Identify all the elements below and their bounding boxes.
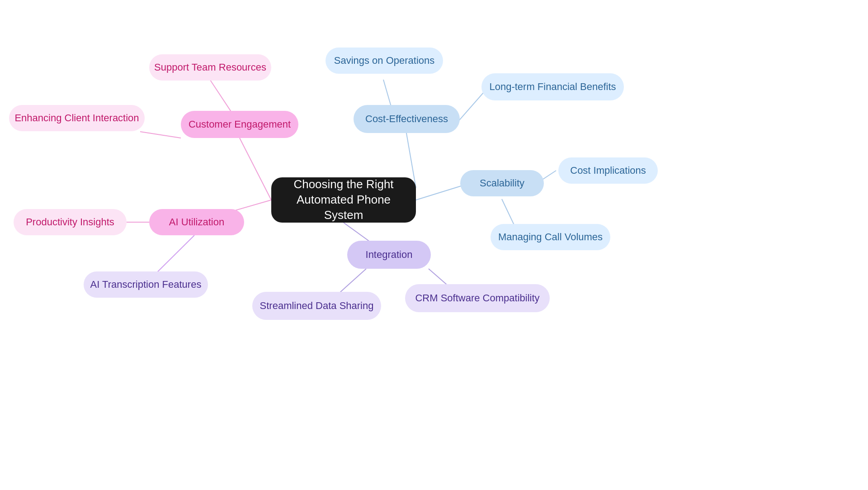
support-team-node: Support Team Resources: [149, 54, 271, 81]
savings-node: Savings on Operations: [326, 48, 443, 74]
crm-node: CRM Software Compatibility: [405, 284, 550, 312]
enhancing-client-node: Enhancing Client Interaction: [9, 105, 145, 131]
customer-engagement-node: Customer Engagement: [181, 111, 298, 138]
managing-call-node: Managing Call Volumes: [491, 224, 610, 250]
svg-line-8: [458, 92, 484, 122]
cost-implications-node: Cost Implications: [558, 157, 658, 184]
ai-transcription-node: AI Transcription Features: [84, 271, 208, 298]
streamlined-node: Streamlined Data Sharing: [252, 292, 381, 320]
integration-node: Integration: [347, 241, 431, 269]
long-term-node: Long-term Financial Benefits: [481, 73, 624, 100]
svg-line-9: [416, 186, 461, 200]
scalability-node: Scalability: [460, 170, 544, 196]
svg-line-0: [240, 138, 271, 200]
productivity-insights-node: Productivity Insights: [14, 209, 127, 235]
ai-utilization-node: AI Utilization: [149, 209, 244, 235]
center-node: Choosing the Right Automated Phone Syste…: [271, 177, 416, 223]
svg-line-2: [140, 132, 181, 138]
cost-effectiveness-node: Cost-Effectiveness: [354, 105, 460, 133]
svg-line-13: [339, 269, 366, 293]
